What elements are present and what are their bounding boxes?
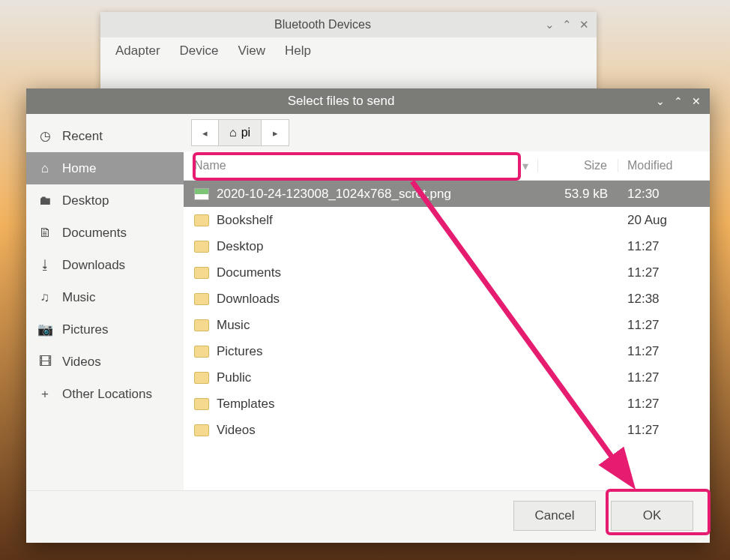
file-name-label: Pictures [217, 344, 262, 359]
clock-icon: ◷ [37, 128, 53, 144]
sidebar-item-other-locations[interactable]: + Other Locations [26, 378, 184, 410]
file-name-label: Templates [217, 397, 274, 412]
sidebar-item-downloads[interactable]: ⭳ Downloads [26, 249, 184, 281]
file-row[interactable]: Pictures11:27 [184, 338, 710, 364]
minimize-icon[interactable]: ⌄ [656, 95, 665, 107]
file-modified-label: 12:30 [618, 187, 710, 202]
file-modified-label: 12:38 [618, 292, 710, 307]
sidebar-item-pictures[interactable]: 📷 Pictures [26, 313, 184, 346]
path-segment-label: pi [241, 126, 250, 139]
folder-icon [194, 241, 209, 253]
file-modified-label: 11:27 [618, 344, 710, 359]
column-header-modified[interactable]: Modified [618, 159, 710, 172]
file-modified-label: 11:27 [618, 318, 710, 333]
file-name-label: Documents [217, 265, 281, 280]
path-segment-current[interactable]: ⌂ pi [219, 120, 262, 145]
file-row[interactable]: Videos11:27 [184, 417, 710, 443]
file-list-header: Name ▾ Size Modified [184, 151, 710, 181]
places-sidebar: ◷ Recent ⌂ Home 🖿 Desktop 🗎 Documents ⭳ [26, 114, 184, 490]
file-list-pane: ◂ ⌂ pi ▸ Name ▾ Size Modified [184, 114, 710, 490]
file-name-label: 2020-10-24-123008_1024x768_scrot.png [217, 187, 451, 202]
sidebar-item-videos[interactable]: 🎞 Videos [26, 346, 184, 378]
folder-icon [194, 398, 209, 410]
file-modified-label: 11:27 [618, 239, 710, 254]
menu-help[interactable]: Help [285, 43, 311, 58]
folder-icon [194, 214, 209, 226]
home-icon: ⌂ [37, 161, 53, 176]
path-back-button[interactable]: ◂ [192, 120, 219, 145]
folder-icon [194, 319, 209, 331]
sort-indicator-icon: ▾ [522, 159, 528, 173]
minimize-icon[interactable]: ⌄ [545, 18, 555, 31]
video-icon: 🎞 [37, 355, 53, 370]
file-modified-label: 11:27 [618, 370, 710, 385]
maximize-icon[interactable]: ⌃ [674, 95, 683, 107]
folder-icon [194, 424, 209, 436]
file-name-label: Public [217, 370, 251, 385]
menu-adapter[interactable]: Adapter [115, 43, 160, 58]
folder-icon [194, 346, 209, 358]
plus-icon: + [37, 387, 53, 402]
cancel-button[interactable]: Cancel [513, 501, 596, 531]
file-row[interactable]: Downloads12:38 [184, 286, 710, 312]
folder-icon [194, 293, 209, 305]
sidebar-item-label: Downloads [62, 258, 125, 273]
file-row[interactable]: Music11:27 [184, 312, 710, 338]
sidebar-item-desktop[interactable]: 🖿 Desktop [26, 184, 184, 217]
file-name-label: Downloads [217, 292, 280, 307]
image-file-icon [194, 188, 209, 200]
filechooser-title: Select files to send [35, 94, 647, 109]
close-icon[interactable]: ✕ [692, 95, 701, 107]
folder-icon [194, 267, 209, 279]
file-row[interactable]: Desktop11:27 [184, 233, 710, 259]
camera-icon: 📷 [37, 322, 53, 337]
bluetooth-titlebar[interactable]: Bluetooth Devices ⌄ ⌃ ✕ [100, 12, 597, 37]
dialog-footer: Cancel OK [26, 490, 710, 541]
file-name-label: Bookshelf [217, 213, 273, 228]
home-icon: ⌂ [229, 126, 237, 139]
file-name-label: Desktop [217, 239, 263, 254]
music-icon: ♫ [37, 290, 53, 305]
sidebar-item-label: Music [62, 290, 95, 305]
file-row[interactable]: Templates11:27 [184, 391, 710, 417]
maximize-icon[interactable]: ⌃ [562, 18, 572, 31]
bluetooth-menubar: Adapter Device View Help [100, 37, 597, 64]
bluetooth-title: Bluetooth Devices [108, 18, 537, 31]
file-list[interactable]: 2020-10-24-123008_1024x768_scrot.png53.9… [184, 181, 710, 490]
close-icon[interactable]: ✕ [579, 18, 589, 31]
column-header-name[interactable]: Name ▾ [184, 159, 537, 173]
path-bar: ◂ ⌂ pi ▸ [184, 114, 710, 151]
file-name-label: Videos [217, 423, 256, 438]
document-icon: 🗎 [37, 226, 53, 241]
sidebar-item-documents[interactable]: 🗎 Documents [26, 217, 184, 249]
folder-icon [194, 372, 209, 384]
filechooser-titlebar[interactable]: Select files to send ⌄ ⌃ ✕ [26, 88, 710, 114]
file-name-label: Music [217, 318, 250, 333]
download-icon: ⭳ [37, 258, 53, 273]
sidebar-item-label: Pictures [62, 322, 108, 337]
sidebar-item-home[interactable]: ⌂ Home [26, 152, 184, 184]
path-forward-button[interactable]: ▸ [262, 120, 289, 145]
sidebar-item-label: Documents [62, 226, 127, 241]
sidebar-item-label: Desktop [62, 193, 109, 208]
file-modified-label: 11:27 [618, 397, 710, 412]
folder-icon: 🖿 [37, 193, 53, 208]
file-row[interactable]: Public11:27 [184, 364, 710, 391]
ok-button[interactable]: OK [611, 501, 693, 531]
sidebar-item-music[interactable]: ♫ Music [26, 281, 184, 313]
desktop-background: Bluetooth Devices ⌄ ⌃ ✕ Adapter Device V… [0, 0, 730, 560]
sidebar-item-label: Other Locations [62, 387, 152, 402]
menu-device[interactable]: Device [180, 43, 219, 58]
sidebar-item-recent[interactable]: ◷ Recent [26, 120, 184, 152]
file-chooser-dialog: Select files to send ⌄ ⌃ ✕ ◷ Recent ⌂ Ho… [26, 88, 710, 543]
column-header-size[interactable]: Size [537, 159, 618, 172]
menu-view[interactable]: View [238, 43, 266, 58]
file-row[interactable]: Bookshelf20 Aug [184, 207, 710, 233]
file-row[interactable]: Documents11:27 [184, 259, 710, 286]
sidebar-item-label: Videos [62, 355, 101, 370]
sidebar-item-label: Recent [62, 129, 103, 144]
file-row[interactable]: 2020-10-24-123008_1024x768_scrot.png53.9… [184, 181, 710, 207]
file-size-label: 53.9 kB [539, 187, 618, 202]
sidebar-item-label: Home [62, 161, 96, 176]
file-modified-label: 20 Aug [618, 213, 710, 228]
